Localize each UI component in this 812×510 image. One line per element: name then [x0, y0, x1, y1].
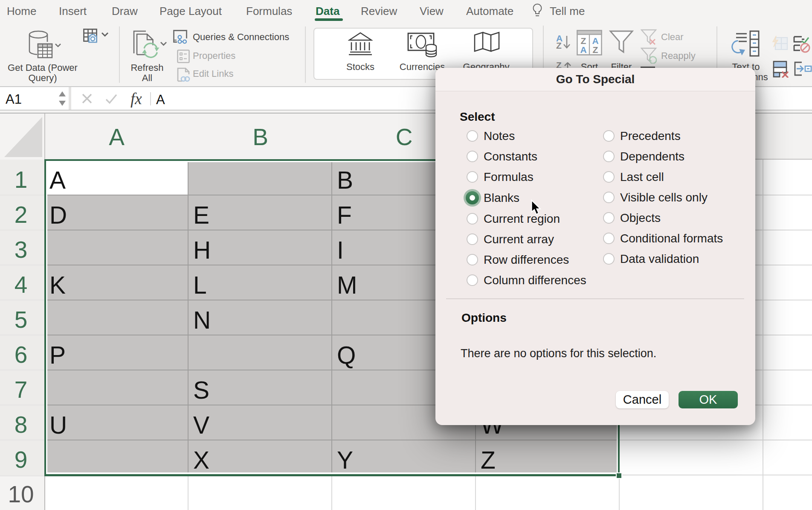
svg-text:A: A [580, 45, 586, 55]
svg-text:A: A [592, 36, 598, 46]
svg-text:Z: Z [581, 36, 586, 46]
svg-text:Z: Z [593, 45, 598, 55]
